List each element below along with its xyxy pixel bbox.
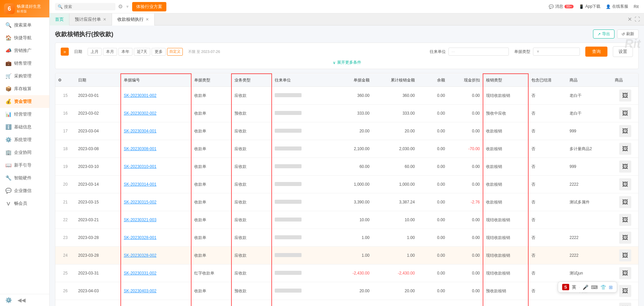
export-button[interactable]: ↗ 导出 <box>593 29 614 39</box>
billno-link[interactable]: SK-20230331-002 <box>124 271 156 276</box>
cell-no: 15 <box>55 87 75 105</box>
sidebar-item-search[interactable]: 🔍 搜索菜单 <box>0 19 49 32</box>
date-btn-7days[interactable]: 近7天 <box>134 48 150 56</box>
sidebar-item-finance[interactable]: 💰 资金管理 <box>0 95 49 108</box>
date-btn-last-month[interactable]: 上月 <box>88 48 102 56</box>
sidebar: 6 畅康道好生意 标准版 🔍 搜索菜单 🏠 快捷导航 📣 营销推广 💼 销售管理… <box>0 0 50 306</box>
cell-billtype: 收款单 <box>191 282 231 300</box>
th-partner[interactable]: 往来单位 <box>272 74 332 87</box>
collapse-icon[interactable]: ◀◀ <box>17 297 25 303</box>
query-button[interactable]: 查询 <box>585 47 607 57</box>
tab-home[interactable]: 首页 <box>50 13 69 25</box>
table-row[interactable]: 17 2023-03-04 SK-20230304-001 收款单 应收款 ██… <box>55 122 638 140</box>
message-btn[interactable]: 💬 消息 99+ <box>549 4 574 9</box>
table-row[interactable]: 18 2023-03-08 SK-20230308-001 收款单 应收款 ██… <box>55 140 638 158</box>
th-billno[interactable]: 单据编号 <box>121 74 191 87</box>
sidebar-item-system[interactable]: ⚙️ 系统管理 <box>0 133 49 146</box>
th-cleartype[interactable]: 核销类型 <box>483 74 528 87</box>
table-row[interactable]: 23 2023-03-28 SK-20230328-001 收款单 应收款 ██… <box>55 229 638 247</box>
sidebar-item-hardware[interactable]: 🔧 智能硬件 <box>0 172 49 184</box>
date-custom-label[interactable]: 自定义 <box>167 48 183 56</box>
settings-bottom-icon[interactable]: ⚙️ <box>5 297 12 303</box>
table-row[interactable]: 27 2023-04-08 SK-20230408-001 收款单 应收款 ██… <box>55 300 638 306</box>
tab-receipt[interactable]: 收款核销执行 ✕ <box>112 13 155 25</box>
refresh-button[interactable]: ↺ 刷新 <box>617 29 639 39</box>
user-avatar[interactable]: Rit <box>634 4 639 9</box>
th-biztype[interactable]: 业务类型 <box>231 74 272 87</box>
sidebar-item-shortcut[interactable]: 🏠 快捷导航 <box>0 32 49 44</box>
search-input[interactable] <box>64 4 108 9</box>
billno-link[interactable]: SK-20230301-002 <box>124 93 156 98</box>
th-amount[interactable]: 单据金额 <box>332 74 372 87</box>
th-cashdiscount[interactable]: 现金折扣 <box>448 74 483 87</box>
table-row[interactable]: 19 2023-03-10 SK-20230310-001 收款单 应收款 ██… <box>55 158 638 176</box>
maximize-icon[interactable]: ⛶ <box>635 16 640 22</box>
billno-link[interactable]: SK-20230328-001 <box>124 235 156 240</box>
table-row[interactable]: 26 2023-04-03 SK-20230403-002 收款单 预收款 ██… <box>55 282 638 300</box>
date-btn-more[interactable]: 更多 <box>152 48 166 56</box>
sidebar-item-purchase[interactable]: 🛒 采购管理 <box>0 70 49 82</box>
billno-link[interactable]: SK-20230308-001 <box>124 146 156 151</box>
input-method-shirt[interactable]: 👕 <box>600 285 606 290</box>
date-btn-this-year[interactable]: 本年 <box>118 48 132 56</box>
input-method-keyboard[interactable]: ⌨ <box>591 285 598 290</box>
table-row[interactable]: 15 2023-03-01 SK-20230301-002 收款单 应收款 ██… <box>55 87 638 105</box>
sidebar-item-marketing[interactable]: 📣 营销推广 <box>0 44 49 57</box>
tab-presale[interactable]: 预计应应付单 ✕ <box>69 13 112 25</box>
sidebar-item-basic[interactable]: ℹ️ 基础信息 <box>0 121 49 133</box>
cell-cumulative: -2,430.00 <box>372 264 418 282</box>
online-service-btn[interactable]: 👤 在线客服 <box>606 4 628 9</box>
filter-toggle-btn[interactable]: » <box>61 48 69 56</box>
th-billtype[interactable]: 单据类型 <box>191 74 231 87</box>
sidebar-item-enterprise[interactable]: 🏢 企业协同 <box>0 146 49 159</box>
billno-link[interactable]: SK-20230328-002 <box>124 253 156 258</box>
billno-link[interactable]: SK-20230310-001 <box>124 164 156 169</box>
partner-input[interactable]: ··· <box>448 48 509 56</box>
th-goods[interactable]: 商品 <box>567 74 612 87</box>
sidebar-item-label: 企业微信 <box>14 188 32 194</box>
sidebar-item-member[interactable]: V 畅会员 <box>0 197 49 210</box>
th-balance[interactable]: 余额 <box>418 74 448 87</box>
cell-cashdiscount: 0.00 <box>448 211 483 229</box>
cell-no: 26 <box>55 282 75 300</box>
cell-partner: ████ <box>272 140 332 158</box>
th-date[interactable]: 日期 <box>75 74 121 87</box>
solution-button[interactable]: 体验行业方案 <box>132 2 166 11</box>
table-row[interactable]: 20 2023-03-14 SK-20230314-001 收款单 应收款 ██… <box>55 176 638 193</box>
input-method-grid[interactable]: ⊞ <box>609 285 613 290</box>
cell-date: 2023-03-21 <box>75 211 121 229</box>
sidebar-item-sales[interactable]: 💼 销售管理 <box>0 57 49 70</box>
gear-icon[interactable]: ⚙ <box>118 3 123 10</box>
input-method-cn[interactable]: 英 <box>572 284 576 290</box>
close-tab-icon[interactable]: ✕ <box>628 16 632 22</box>
date-btn-this-month[interactable]: 本月 <box>103 48 117 56</box>
billno-link[interactable]: SK-20230302-002 <box>124 111 156 116</box>
th-settings[interactable]: ⚙ <box>55 74 75 87</box>
cell-balance: 0.00 <box>418 105 448 122</box>
sidebar-item-operation[interactable]: 📊 经营管理 <box>0 108 49 121</box>
expand-more-btn[interactable]: ∨ 展开更多条件 <box>61 60 633 65</box>
table-row[interactable]: 24 2023-03-28 SK-20230328-002 收款单 应收款 ██… <box>55 247 638 264</box>
th-goodsimg[interactable]: 商品 <box>612 74 638 87</box>
app-download-btn[interactable]: 📱 App下载 <box>579 4 600 9</box>
billno-link[interactable]: SK-20230304-001 <box>124 129 156 133</box>
sidebar-item-guide[interactable]: 📖 新手引导 <box>0 159 49 172</box>
table-row[interactable]: 25 2023-03-31 SK-20230331-002 红字收款单 应收款 … <box>55 264 638 282</box>
sidebar-item-wechat[interactable]: 💬 企业微信 <box>0 184 49 197</box>
input-method-mic[interactable]: 🎤 <box>583 285 588 290</box>
setting-button[interactable]: 设置 <box>613 46 633 57</box>
th-cumulative[interactable]: 累计核销金额 <box>372 74 418 87</box>
billno-link[interactable]: SK-20230314-001 <box>124 182 156 187</box>
billno-link[interactable]: SK-20230403-002 <box>124 289 156 293</box>
billno-link[interactable]: SK-20230315-002 <box>124 200 156 204</box>
table-row[interactable]: 21 2023-03-15 SK-20230315-002 收款单 应收款 ██… <box>55 193 638 211</box>
table-row[interactable]: 16 2023-03-02 SK-20230302-002 收款单 预收款 ██… <box>55 105 638 122</box>
sidebar-item-inventory[interactable]: 📦 库存核算 <box>0 82 49 95</box>
tab-receipt-close[interactable]: ✕ <box>146 17 149 22</box>
tab-presale-close[interactable]: ✕ <box>103 17 106 22</box>
billno-link[interactable]: SK-20230321-003 <box>124 218 156 222</box>
table-row[interactable]: 22 2023-03-21 SK-20230321-003 收款单 应收款 ██… <box>55 211 638 229</box>
cell-partner: ████ <box>272 193 332 211</box>
bill-type-select[interactable]: ▼ <box>533 48 580 56</box>
th-included[interactable]: 包含已结清 <box>528 74 567 87</box>
